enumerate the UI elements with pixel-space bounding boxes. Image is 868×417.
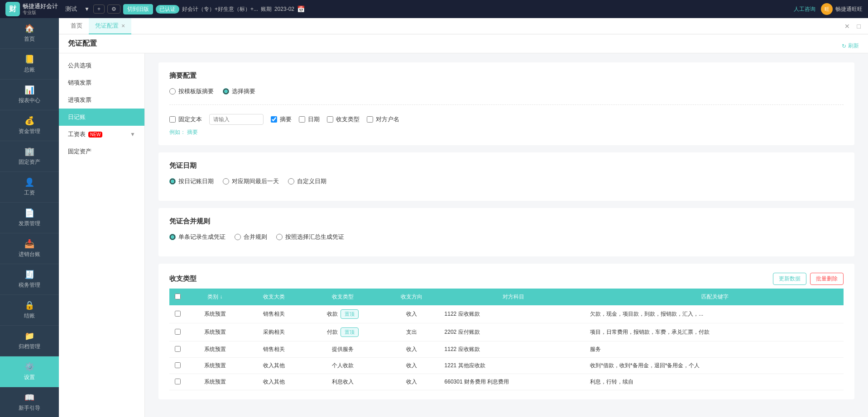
add-button[interactable]: + [93, 5, 105, 14]
row-checkbox[interactable] [175, 346, 181, 352]
radio-custom-date[interactable]: 自定义日期 [288, 177, 326, 185]
sidebar-item-purchase-sales[interactable]: 📥 进销台账 [0, 233, 59, 264]
th-account: 对方科目 [441, 289, 587, 305]
sidebar-item-settings[interactable]: ⚙️ 设置 [0, 356, 59, 387]
table-title: 收支类型 [169, 275, 197, 283]
row-checkbox[interactable] [175, 362, 181, 368]
sidebar-item-archive[interactable]: 📁 归档管理 [0, 326, 59, 356]
voucher-merge-title: 凭证合并规则 [169, 217, 844, 226]
checkbox-counterparty[interactable]: 对方户名 [367, 115, 399, 123]
radio-journal-date-input[interactable] [169, 178, 176, 185]
radio-last-day[interactable]: 对应期间最后一天 [223, 177, 279, 185]
row-checkbox[interactable] [175, 311, 181, 317]
row-account: 1221 其他应收款 [441, 358, 587, 374]
radio-last-day-input[interactable] [223, 178, 229, 185]
top-bar-right: 人工咨询 旺 畅捷通旺旺 [794, 3, 863, 15]
logo-text: 畅捷通好会计 专业版 [23, 3, 58, 15]
sidebar-item-label: 进销台账 [19, 251, 40, 258]
fixed-text-input[interactable] [209, 114, 264, 125]
radio-custom-date-input[interactable] [288, 178, 294, 185]
row-keywords: 收到*借款，收到*备用金，退回*备用金，个人 [586, 358, 844, 374]
dropdown-arrow-icon[interactable]: ▼ [84, 6, 90, 12]
period-label: 账期 [261, 5, 272, 13]
checkbox-income-type[interactable]: 收支类型 [327, 115, 360, 123]
main-layout: 🏠 首页 📒 总账 📊 报表中心 💰 资金管理 🏢 固定资产 👤 工资 📄 发票… [0, 18, 868, 417]
table-row: 系统预置 收入其他 利息收入 收入 660301 财务费用 利息费用 利息，行转… [169, 374, 844, 390]
sidebar-item-home[interactable]: 🏠 首页 [0, 18, 59, 49]
checkbox-income-type-input[interactable] [327, 116, 333, 123]
sidebar-item-guide[interactable]: 📖 新手引导 [0, 387, 59, 417]
top-badge-button[interactable]: 置顶 [340, 327, 359, 337]
row-checkbox[interactable] [175, 329, 181, 335]
checkbox-date[interactable]: 日期 [299, 115, 320, 123]
config-nav-item-public[interactable]: 公共选项 [59, 57, 144, 74]
ledger-icon: 📒 [24, 54, 34, 64]
top-badge-button[interactable]: 置顶 [340, 309, 359, 319]
purchase-sales-icon: 📥 [24, 239, 34, 249]
checkbox-summary-input[interactable] [271, 116, 277, 123]
sidebar-item-tax[interactable]: 🧾 税务管理 [0, 264, 59, 295]
page-header: 凭证配置 ↻ 刷新 [59, 34, 868, 53]
config-nav-item-purchase-invoice[interactable]: 进项发票 [59, 91, 144, 109]
row-direction: 支出 [382, 323, 441, 341]
sidebar-item-ledger[interactable]: 📒 总账 [0, 49, 59, 80]
radio-summary[interactable]: 按照选择汇总生成凭证 [276, 233, 344, 241]
radio-summary-input[interactable] [276, 234, 283, 240]
row-category: 系统预置 [186, 374, 245, 390]
tab-close-icon[interactable]: × [121, 22, 125, 29]
radio-single-input[interactable] [169, 234, 176, 240]
sidebar-item-label: 资金管理 [19, 128, 40, 135]
radio-merge-input[interactable] [235, 234, 241, 240]
update-data-button[interactable]: 更新数据 [773, 273, 806, 285]
sidebar-item-label: 结账 [24, 312, 35, 320]
content-area: 首页 凭证配置 × ✕ □ 凭证配置 ↻ 刷新 [59, 18, 868, 417]
payroll-icon: 👤 [24, 177, 34, 187]
row-checkbox[interactable] [175, 379, 181, 384]
refresh-button[interactable]: ↻ 刷新 [842, 42, 859, 50]
sidebar-item-assets[interactable]: 🏢 固定资产 [0, 141, 59, 172]
table-row: 系统预置 销售相关 收款置顶 收入 1122 应收账款 欠款，现金，项目款，到款… [169, 305, 844, 323]
row-keywords: 服务 [586, 341, 844, 358]
avatar: 旺 [821, 3, 833, 15]
settings-icon: ⚙️ [24, 362, 34, 372]
radio-merge[interactable]: 合并规则 [235, 233, 267, 241]
config-nav-item-fixed-assets[interactable]: 固定资产 [59, 143, 144, 160]
select-all-checkbox[interactable] [175, 294, 181, 299]
settings-button[interactable]: ⚙ [107, 5, 120, 14]
income-expense-section: 收支类型 更新数据 批量删除 [158, 264, 854, 399]
checkbox-date-input[interactable] [299, 116, 305, 123]
table-row: 系统预置 采购相关 付款置顶 支出 2202 应付账款 项目，日常费用，报销款，… [169, 323, 844, 341]
tab-home[interactable]: 首页 [64, 18, 89, 34]
sidebar-item-settlement[interactable]: 🔒 结账 [0, 295, 59, 326]
window-close-button[interactable]: ✕ [843, 22, 852, 31]
radio-template-input[interactable] [169, 88, 176, 95]
config-nav-item-payroll-table[interactable]: 工资表 NEW ▼ [59, 126, 144, 143]
switch-version-button[interactable]: 切到旧版 [123, 4, 153, 14]
checkbox-summary[interactable]: 摘要 [271, 115, 292, 123]
radio-select-input[interactable] [223, 88, 229, 95]
checkbox-counterparty-input[interactable] [367, 116, 373, 123]
help-link[interactable]: 人工咨询 [794, 5, 815, 13]
tab-voucher-config[interactable]: 凭证配置 × [89, 18, 131, 34]
radio-template[interactable]: 按模板版摘要 [169, 87, 214, 95]
sidebar-item-invoice[interactable]: 📄 发票管理 [0, 203, 59, 233]
config-nav-item-journal[interactable]: 日记账 [59, 109, 144, 126]
batch-delete-button[interactable]: 批量删除 [810, 273, 844, 285]
sidebar-item-payroll[interactable]: 👤 工资 [0, 172, 59, 203]
radio-journal-date[interactable]: 按日记账日期 [169, 177, 214, 185]
config-nav-item-sales-invoice[interactable]: 销项发票 [59, 74, 144, 91]
logo: 财 畅捷通好会计 专业版 [5, 2, 58, 16]
row-sub-type: 提供服务 [303, 341, 382, 358]
window-restore-button[interactable]: □ [855, 22, 863, 31]
page-container: 凭证配置 ↻ 刷新 公共选项 销项发票 进项发票 [59, 34, 868, 417]
sidebar-item-label: 总账 [24, 66, 35, 74]
row-main-type: 销售相关 [245, 305, 303, 323]
sidebar-item-funds[interactable]: 💰 资金管理 [0, 110, 59, 141]
radio-single[interactable]: 单条记录生成凭证 [169, 233, 225, 241]
sidebar-item-reports[interactable]: 📊 报表中心 [0, 80, 59, 110]
radio-select[interactable]: 选择摘要 [223, 87, 255, 95]
checkbox-fixed-text[interactable]: 固定文本 [169, 115, 202, 123]
th-main-type: 收支大类 [245, 289, 303, 305]
checkbox-fixed-text-input[interactable] [169, 116, 176, 123]
calendar-icon[interactable]: 📅 [297, 5, 305, 13]
